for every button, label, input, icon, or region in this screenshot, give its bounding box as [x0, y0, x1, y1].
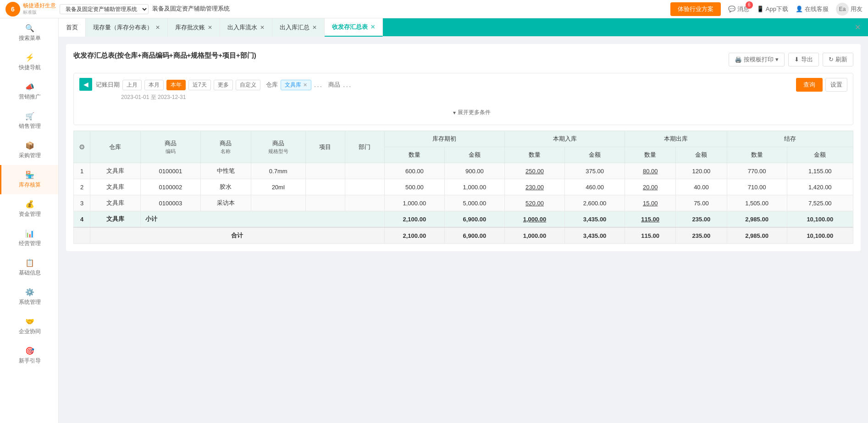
- online-service-item[interactable]: 👤 在线客服: [796, 5, 829, 13]
- settings-button[interactable]: 设置: [825, 78, 847, 92]
- th-in-group: 本期入库: [504, 131, 625, 147]
- cell-in-qty[interactable]: 230.00: [504, 179, 564, 195]
- sidebar-item-system[interactable]: ⚙️ 系统管理: [0, 282, 58, 312]
- inventory-icon: 🏪: [25, 170, 34, 179]
- th-project: 项目: [305, 131, 345, 163]
- sidebar-item-basic[interactable]: 📋 基础信息: [0, 253, 58, 282]
- date-prev-month[interactable]: 上月: [122, 80, 142, 90]
- out-qty-link[interactable]: 80.00: [643, 168, 658, 175]
- tab-close-all[interactable]: ✕: [847, 23, 868, 32]
- app-download-item[interactable]: 📱 App下载: [757, 5, 788, 13]
- avatar: Ea: [836, 3, 849, 16]
- message-icon: 💬: [728, 5, 735, 12]
- cell-out-qty[interactable]: 15.00: [625, 195, 676, 211]
- tab-close-batch[interactable]: ✕: [208, 24, 212, 31]
- tab-close-flow[interactable]: ✕: [260, 24, 265, 31]
- warehouse-tag-text: 文具库: [285, 81, 301, 89]
- table-row: 3 文具库 0100003 采访本 1,000.00 5,000.00 520.…: [74, 195, 853, 211]
- cell-warehouse: 文具库: [90, 195, 141, 211]
- sidebar-item-operations[interactable]: 📊 经营管理: [0, 224, 58, 253]
- tab-close-recv-send[interactable]: ✕: [370, 24, 375, 30]
- tab-close-stock-dist[interactable]: ✕: [155, 24, 160, 31]
- top-bar-right: 体验行业方案 💬 消息 6 📱 App下载 👤 在线客服 Ea 用友: [670, 2, 862, 16]
- sidebar-item-sales[interactable]: 🛒 销售管理: [0, 106, 58, 136]
- query-settings-group: 查询 设置: [796, 78, 847, 92]
- sub-out-amt: 235.00: [676, 211, 727, 228]
- sub-open-amt: 6,900.00: [444, 211, 504, 228]
- tab-home[interactable]: 首页: [59, 18, 86, 37]
- date-curr-year[interactable]: 本年: [166, 80, 186, 90]
- date-curr-month[interactable]: 本月: [144, 80, 164, 90]
- user-item[interactable]: Ea 用友: [836, 3, 862, 16]
- in-qty-link[interactable]: 520.00: [525, 200, 544, 207]
- tab-batch[interactable]: 库存批次账 ✕: [168, 18, 220, 37]
- trial-button[interactable]: 体验行业方案: [670, 2, 721, 16]
- warehouse-tag-close[interactable]: ✕: [303, 82, 307, 88]
- th-opening-group: 库存期初: [384, 131, 504, 147]
- sub-out-qty[interactable]: 115.00: [625, 211, 676, 228]
- expand-conditions-btn[interactable]: ▾ 展开更多条件: [453, 109, 491, 116]
- sub-in-qty-link[interactable]: 1,000.00: [523, 216, 547, 223]
- cell-in-qty[interactable]: 250.00: [504, 163, 564, 179]
- warehouse-filter-group: 仓库 文具库 ✕ ...: [266, 80, 323, 90]
- sidebar-item-marketing[interactable]: 📣 营销推广: [0, 77, 58, 106]
- cell-name: 胶水: [200, 179, 251, 195]
- table-row: 1 文具库 0100001 中性笔 0.7mm 600.00 900.00 25…: [74, 163, 853, 179]
- th-goods-name: 商品名称: [200, 131, 251, 163]
- sidebar-item-quick[interactable]: ⚡ 快捷导航: [0, 48, 58, 77]
- data-table: ⚙ 仓库 商品编码 商品名称 商品规格型号 项目 部门 库存期初 本期入库 本期…: [73, 131, 853, 244]
- sub-out-qty-link[interactable]: 115.00: [641, 216, 659, 223]
- tab-inout-flow[interactable]: 出入库流水 ✕: [220, 18, 272, 37]
- main-content: 收发存汇总表(按仓库+商品编码+商品+规格型号+项目+部门) 🖨️ 按模板打印 …: [59, 37, 868, 423]
- date-7days[interactable]: 近7天: [188, 80, 211, 90]
- basic-icon: 📋: [25, 258, 34, 267]
- date-more[interactable]: 更多: [214, 80, 233, 90]
- footer-empty1: [74, 227, 90, 244]
- th-in-amt: 金额: [565, 147, 625, 163]
- sidebar-item-label-finance: 资金管理: [19, 210, 41, 218]
- sidebar-item-purchase[interactable]: 📦 采购管理: [0, 136, 58, 165]
- refresh-btn[interactable]: ↻ 刷新: [823, 53, 853, 66]
- tab-inout-summary[interactable]: 出入库汇总 ✕: [272, 18, 325, 37]
- operations-icon: 📊: [25, 229, 34, 238]
- cell-out-qty[interactable]: 20.00: [625, 179, 676, 195]
- system-select[interactable]: 装备及固定资产辅助管理系统: [60, 4, 149, 14]
- cell-project: [305, 163, 345, 179]
- out-qty-link[interactable]: 15.00: [643, 200, 658, 207]
- message-item[interactable]: 💬 消息 6: [728, 5, 749, 13]
- sidebar-item-finance[interactable]: 💰 资金管理: [0, 194, 58, 224]
- system-icon: ⚙️: [25, 288, 34, 297]
- cell-out-qty[interactable]: 80.00: [625, 163, 676, 179]
- gear-icon[interactable]: ⚙: [79, 143, 85, 151]
- out-qty-link[interactable]: 20.00: [643, 184, 658, 191]
- in-qty-link[interactable]: 250.00: [525, 168, 544, 175]
- tab-recv-send[interactable]: 收发存汇总表 ✕: [325, 18, 383, 37]
- filter-collapse-btn[interactable]: ◀: [79, 78, 92, 91]
- subtotal-row: 4 文具库 小计 2,100.00 6,900.00 1,000.00 3,43…: [74, 211, 853, 228]
- date-filter-label: 记账日期: [96, 81, 120, 89]
- export-btn[interactable]: ⬇ 导出: [788, 53, 819, 66]
- print-btn[interactable]: 🖨️ 按模板打印 ▾: [729, 53, 785, 66]
- query-button[interactable]: 查询: [796, 78, 823, 92]
- footer-row: 合计 2,100.00 6,900.00 1,000.00 3,435.00 1…: [74, 227, 853, 244]
- goods-filter-label: 商品: [328, 81, 340, 89]
- in-qty-link[interactable]: 230.00: [525, 184, 544, 191]
- sidebar-item-search[interactable]: 🔍 搜索菜单: [0, 18, 58, 48]
- quick-icon: ⚡: [25, 53, 34, 62]
- tab-close-summary[interactable]: ✕: [312, 24, 317, 31]
- sub-in-qty[interactable]: 1,000.00: [504, 211, 564, 228]
- sidebar-item-guide[interactable]: 🎯 新手引导: [0, 341, 58, 370]
- tab-stock-dist[interactable]: 现存量（库存分布表） ✕: [86, 18, 168, 37]
- cell-warehouse: 文具库: [90, 163, 141, 179]
- cell-in-amt: 2,600.00: [565, 195, 625, 211]
- sidebar-item-inventory[interactable]: 🏪 库存核算: [0, 165, 58, 194]
- logo-icon: 6: [6, 2, 20, 16]
- goods-filter-group: 商品 ...: [328, 81, 352, 89]
- warehouse-ellipsis[interactable]: ...: [314, 81, 323, 89]
- goods-ellipsis[interactable]: ...: [343, 81, 352, 89]
- cell-in-qty[interactable]: 520.00: [504, 195, 564, 211]
- sidebar-item-label-search: 搜索菜单: [19, 34, 41, 42]
- cell-num: 3: [74, 195, 90, 211]
- date-custom[interactable]: 自定义: [236, 80, 260, 90]
- sidebar-item-enterprise[interactable]: 🤝 企业协同: [0, 312, 58, 341]
